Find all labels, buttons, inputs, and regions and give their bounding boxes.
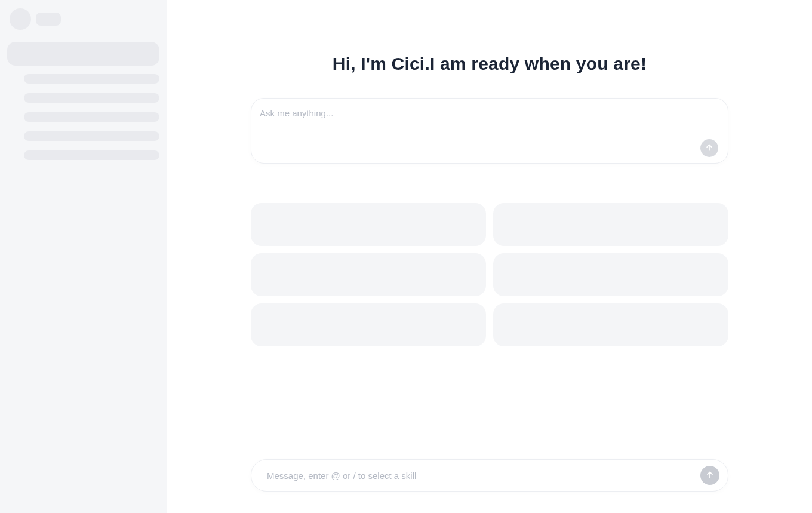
arrow-up-icon [705,143,714,154]
suggestion-skeleton [251,253,486,296]
avatar-skeleton [10,8,31,30]
suggestion-skeleton [493,203,728,246]
sidebar-item-skeleton [7,42,159,66]
bottom-message-bar[interactable] [251,459,728,492]
sidebar-subitem-skeleton [24,74,159,84]
suggestion-skeleton [251,303,486,346]
greeting-title: Hi, I'm Cici.I am ready when you are! [333,54,647,74]
sidebar-header [7,8,159,30]
suggestion-skeleton [493,303,728,346]
suggestion-skeleton [251,203,486,246]
main-content: Hi, I'm Cici.I am ready when you are! [251,0,728,346]
main: Hi, I'm Cici.I am ready when you are! [167,0,812,513]
send-button[interactable] [700,139,718,157]
ask-box-footer [260,139,718,157]
sidebar [0,0,167,513]
ask-divider [693,140,693,156]
message-input[interactable] [267,471,700,481]
sidebar-subitem-skeleton [24,93,159,103]
suggestion-skeleton [493,253,728,296]
bottom-send-button[interactable] [700,466,719,485]
name-skeleton [36,13,61,26]
suggestions-grid [251,203,728,346]
sidebar-subitem-skeleton [24,112,159,122]
sidebar-subitem-skeleton [24,131,159,141]
arrow-up-icon [705,470,715,481]
ask-input[interactable] [260,107,718,139]
sidebar-subitem-skeleton [24,150,159,160]
ask-box[interactable] [251,98,728,164]
